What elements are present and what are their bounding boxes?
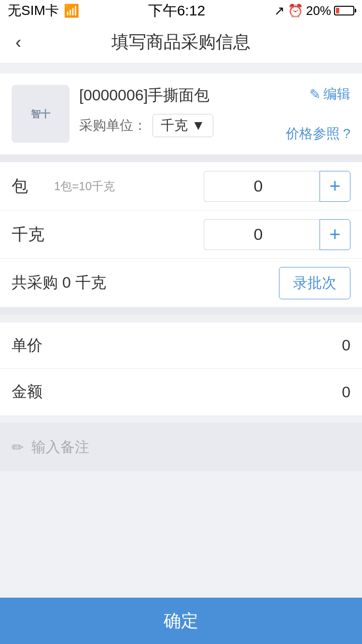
summary-row: 共采购 0 千克 录批次 [0, 259, 362, 307]
wifi-icon: 📶 [64, 3, 79, 18]
status-right: ↗ ⏰ 20% [274, 3, 354, 18]
location-icon: ↗ [274, 3, 285, 18]
amount-label: 金额 [12, 381, 42, 403]
qty-input-bao[interactable] [204, 171, 320, 202]
edit-icon: ✎ [309, 86, 320, 102]
notes-placeholder: 输入备注 [31, 437, 89, 457]
quantity-section: 包 1包=10千克 + 千克 + [0, 162, 362, 259]
status-left: 无SIM卡 📶 [8, 1, 79, 20]
notes-section[interactable]: ✏ 输入备注 [0, 423, 362, 471]
product-image: 智十 [12, 85, 70, 143]
qty-plus-bao[interactable]: + [320, 171, 350, 202]
nav-bar: ‹ 填写商品采购信息 [0, 21, 362, 64]
price-ref-button[interactable]: 价格参照 ? [286, 125, 350, 143]
unit-price-value: 0 [342, 336, 350, 354]
price-ref-label: 价格参照 [286, 125, 340, 143]
unit-label: 采购单位： [79, 116, 147, 135]
qty-input-kg[interactable] [204, 219, 320, 250]
confirm-button[interactable]: 确定 [0, 598, 362, 644]
battery-pct: 20% [306, 3, 331, 18]
page-title: 填写商品采购信息 [111, 30, 251, 54]
qty-input-group-kg: + [204, 219, 350, 250]
qty-sub-bao: 1包=10千克 [54, 179, 204, 194]
qty-label-bao: 包 [12, 175, 50, 197]
pencil-icon: ✏ [12, 439, 24, 456]
qty-plus-kg[interactable]: + [320, 219, 350, 250]
unit-dropdown[interactable]: 千克 ▼ [153, 114, 213, 137]
quantity-row-bao: 包 1包=10千克 + [0, 162, 362, 210]
product-section: 智十 [0000006]手撕面包 采购单位： 千克 ▼ ✎ 编辑 价格参照 ? [0, 73, 362, 154]
carrier-label: 无SIM卡 [8, 1, 59, 20]
help-icon: ? [343, 126, 350, 141]
amount-value: 0 [342, 383, 350, 401]
chevron-down-icon: ▼ [192, 118, 205, 133]
summary-text: 共采购 0 千克 [12, 272, 106, 294]
price-section: 单价 0 金额 0 [0, 322, 362, 415]
amount-row: 金额 0 [0, 369, 362, 415]
back-button[interactable]: ‹ [12, 28, 25, 56]
battery-icon [334, 6, 354, 15]
section-divider-2 [0, 307, 362, 315]
time-label: 下午6:12 [148, 1, 205, 21]
unit-price-row: 单价 0 [0, 322, 362, 369]
section-divider-1 [0, 154, 362, 162]
batch-button[interactable]: 录批次 [279, 267, 350, 299]
quantity-row-kg: 千克 + [0, 210, 362, 259]
edit-label: 编辑 [323, 85, 350, 103]
edit-button[interactable]: ✎ 编辑 [309, 85, 350, 103]
status-bar: 无SIM卡 📶 下午6:12 ↗ ⏰ 20% [0, 0, 362, 21]
qty-label-kg: 千克 [12, 224, 50, 246]
qty-input-group-bao: + [204, 171, 350, 202]
unit-value: 千克 [161, 116, 188, 135]
unit-price-label: 单价 [12, 335, 42, 356]
alarm-icon: ⏰ [288, 3, 303, 18]
product-logo: 智十 [31, 108, 50, 121]
